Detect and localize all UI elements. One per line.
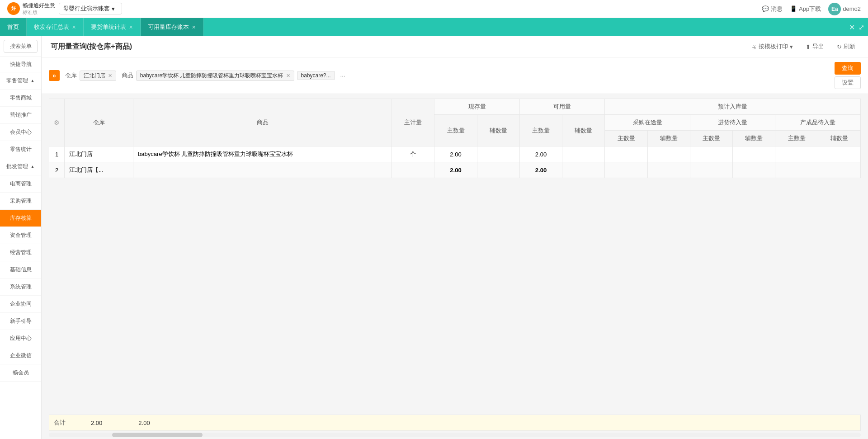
row2-purchase-main <box>605 162 647 178</box>
logo-icon: 好 <box>7 2 20 15</box>
sidebar-item-wholesale-mgmt[interactable]: 批发管理 ▲ <box>0 158 41 175</box>
th-product-sub: 产成品待入量 <box>775 115 861 131</box>
sidebar-item-purchase[interactable]: 采购管理 <box>0 193 41 210</box>
row2-goods-main <box>690 162 732 178</box>
sidebar-item-system[interactable]: 系统管理 <box>0 279 41 296</box>
th-stock-main: 主数量 <box>434 115 477 146</box>
th-avail-aux: 辅数量 <box>562 115 605 146</box>
footer-label: 合计 <box>54 419 73 427</box>
sidebar-item-member[interactable]: 畅会员 <box>0 364 41 382</box>
remove-warehouse-tag[interactable]: ✕ <box>108 73 112 79</box>
row1-product: babycare学饮杯 儿童防摔防撞吸管杯重力球吸嘴杯宝宝水杯 <box>133 146 392 162</box>
row1-purchase-main <box>605 146 647 162</box>
sidebar-item-retail-stats[interactable]: 零售统计 <box>0 141 41 158</box>
sidebar-item-operations[interactable]: 经营管理 <box>0 244 41 261</box>
table-row: 2 江北门店【... 2.00 2.00 <box>49 162 861 178</box>
th-available-group: 可用量 <box>519 99 605 115</box>
refresh-btn[interactable]: ↻ 刷新 <box>833 41 859 52</box>
th-goods-aux: 辅数量 <box>733 131 775 146</box>
row2-stock-main: 2.00 <box>434 162 477 178</box>
sidebar-item-basic-info[interactable]: 基础信息 <box>0 261 41 279</box>
logo-area: 好 畅捷通好生意 标准版 <box>7 2 55 16</box>
filter-bar: » 仓库 江北门店 ✕ 商品 babycare学饮杯 儿童防摔防撞吸管杯重力球吸… <box>42 57 868 94</box>
sidebar-item-member-center[interactable]: 会员中心 <box>0 124 41 141</box>
row2-product-aux <box>818 162 860 178</box>
remove-product-tag-1[interactable]: ✕ <box>286 73 290 79</box>
th-settings: ⚙ <box>49 99 65 146</box>
footer-avail-total: 2.00 <box>120 420 168 426</box>
row2-product-main <box>775 162 818 178</box>
th-goods-sub: 进货待入量 <box>690 115 775 131</box>
scrollbar-thumb[interactable] <box>112 433 203 437</box>
filter-toggle-btn[interactable]: » <box>49 70 60 81</box>
table-wrapper: ⚙ 仓库 商品 主计量 现存量 可用量 预计入库量 主数量 辅数量 主数量 辅数… <box>42 94 868 415</box>
horizontal-scrollbar[interactable] <box>49 433 861 437</box>
row1-purchase-aux <box>647 146 690 162</box>
filter-actions: 查询 设置 <box>835 62 861 89</box>
close-tab-1[interactable]: ✕ <box>129 24 133 30</box>
page-title: 可用量查询(按仓库+商品) <box>51 42 132 56</box>
query-btn[interactable]: 查询 <box>835 62 861 75</box>
product-tag-2[interactable]: babycare?... <box>297 71 335 80</box>
message-btn[interactable]: 💬 消息 <box>762 5 783 13</box>
tab-yaohuo[interactable]: 要货单统计表 ✕ <box>84 18 141 36</box>
export-btn[interactable]: ⬆ 导出 <box>802 41 828 52</box>
close-all-tabs[interactable]: ✕ <box>849 23 855 32</box>
company-select[interactable]: 母婴行业演示账套 ▾ <box>59 3 122 14</box>
chevron-down-icon-3: ▾ <box>790 43 793 50</box>
close-tab-0[interactable]: ✕ <box>72 24 76 30</box>
row2-goods-aux <box>733 162 775 178</box>
settings-filter-btn[interactable]: 设置 <box>835 76 861 89</box>
sidebar-item-inventory[interactable]: 库存核算 <box>0 210 41 227</box>
product-tag-1[interactable]: babycare学饮杯 儿童防摔防撞吸管杯重力球吸嘴杯宝宝水杯 ✕ <box>136 71 294 81</box>
chevron-icon-2: ▲ <box>30 164 35 169</box>
column-settings-icon[interactable]: ⚙ <box>54 119 60 126</box>
sidebar-item-ecommerce[interactable]: 电商管理 <box>0 175 41 193</box>
filter-more[interactable]: ··· <box>340 72 345 79</box>
sidebar-item-retail-mgmt[interactable]: 零售管理 ▲ <box>0 72 41 90</box>
chevron-icon: ▲ <box>30 78 35 83</box>
product-filter: 商品 babycare学饮杯 儿童防摔防撞吸管杯重力球吸嘴杯宝宝水杯 ✕ bab… <box>122 71 335 81</box>
row2-unit <box>392 162 434 178</box>
row1-avail-main: 2.00 <box>519 146 562 162</box>
tab-keyongliang[interactable]: 可用量库存账本 ✕ <box>141 18 203 36</box>
sidebar-item-marketing[interactable]: 营销推广 <box>0 107 41 124</box>
table-row: 1 江北门店 babycare学饮杯 儿童防摔防撞吸管杯重力球吸嘴杯宝宝水杯 个… <box>49 146 861 162</box>
row1-warehouse: 江北门店 <box>65 146 133 162</box>
row2-stock-aux <box>477 162 519 178</box>
top-bar-right: 💬 消息 📱 App下载 Ea demo2 <box>762 3 861 15</box>
content-area: 可用量查询(按仓库+商品) 🖨 按模板打印 ▾ ⬆ 导出 ↻ 刷新 » <box>42 36 868 439</box>
row1-product-main <box>775 146 818 162</box>
logo-text: 畅捷通好生意 标准版 <box>23 2 55 16</box>
sidebar-item-finance[interactable]: 资金管理 <box>0 227 41 244</box>
sidebar-item-wechat[interactable]: 企业微信 <box>0 347 41 364</box>
close-tab-2[interactable]: ✕ <box>192 24 196 30</box>
table-footer: 合计 2.00 2.00 <box>49 415 861 431</box>
tab-shoufacun[interactable]: 收发存汇总表 ✕ <box>27 18 84 36</box>
sidebar-item-app-center[interactable]: 应用中心 <box>0 330 41 347</box>
th-unit: 主计量 <box>392 99 434 146</box>
app-download-btn[interactable]: 📱 App下载 <box>790 5 821 13</box>
export-icon: ⬆ <box>806 43 811 50</box>
th-product-main: 主数量 <box>775 131 818 146</box>
th-product-aux: 辅数量 <box>818 131 860 146</box>
th-stock-group: 现存量 <box>434 99 520 115</box>
expand-tabs[interactable]: ⤢ <box>859 23 864 32</box>
print-btn[interactable]: 🖨 按模板打印 ▾ <box>747 41 797 52</box>
page-actions: 🖨 按模板打印 ▾ ⬆ 导出 ↻ 刷新 <box>747 41 859 57</box>
th-warehouse: 仓库 <box>65 99 133 146</box>
user-menu[interactable]: Ea demo2 <box>828 3 861 15</box>
sidebar-item-guide[interactable]: 新手引导 <box>0 313 41 330</box>
refresh-icon: ↻ <box>837 43 842 50</box>
row2-product <box>133 162 392 178</box>
row2-avail-main: 2.00 <box>519 162 562 178</box>
sidebar-quick-nav[interactable]: 快捷导航 <box>0 57 41 72</box>
th-purchase-sub: 采购在途量 <box>605 115 690 131</box>
sidebar-item-enterprise[interactable]: 企业协同 <box>0 296 41 313</box>
th-goods-main: 主数量 <box>690 131 732 146</box>
search-menu-btn[interactable]: 搜索菜单 <box>4 40 38 53</box>
warehouse-tag[interactable]: 江北门店 ✕ <box>80 71 116 81</box>
nav-tabs: 首页 收发存汇总表 ✕ 要货单统计表 ✕ 可用量库存账本 ✕ ✕ ⤢ <box>0 18 868 36</box>
sidebar-item-retail-mall[interactable]: 零售商城 <box>0 90 41 107</box>
tab-home[interactable]: 首页 <box>0 18 27 36</box>
